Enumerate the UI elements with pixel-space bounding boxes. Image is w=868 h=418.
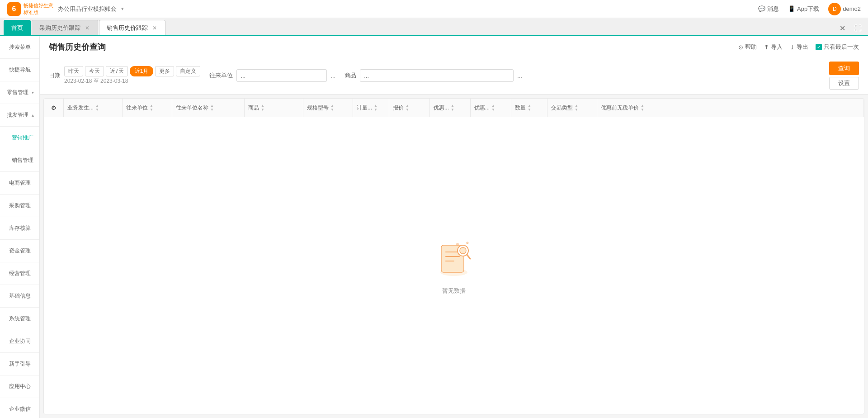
date-btn-yesterday[interactable]: 昨天 bbox=[64, 66, 83, 76]
sidebar-item-operations[interactable]: 经营管理 bbox=[0, 262, 39, 285]
gear-icon: ⚙ bbox=[51, 104, 57, 111]
page-actions: ⊙ 帮助 ⤒ 导入 ⤓ 导出 只看最后一次 bbox=[738, 43, 859, 51]
date-btn-today[interactable]: 今天 bbox=[85, 66, 104, 76]
date-btn-custom[interactable]: 自定义 bbox=[176, 66, 200, 76]
th-business-date[interactable]: 业务发生... ▲▼ bbox=[64, 99, 123, 117]
date-btn-last1m[interactable]: 近1月 bbox=[130, 66, 154, 76]
empty-illustration bbox=[431, 236, 476, 281]
sidebar-item-inventory[interactable]: 库存核算 bbox=[0, 217, 39, 240]
th-trade-type-label: 交易类型 bbox=[551, 104, 573, 112]
th-partner-id[interactable]: 往来单位 ▲▼ bbox=[123, 99, 172, 117]
app-download-icon: 📱 bbox=[788, 5, 795, 12]
close-tab-btn[interactable]: ✕ bbox=[837, 23, 848, 33]
th-partner-name[interactable]: 往来单位名称 ▲▼ bbox=[172, 99, 245, 117]
th-price-label: 报价 bbox=[393, 104, 404, 112]
sidebar-item-wholesale-mgmt[interactable]: 批发管理 ▴ bbox=[0, 104, 39, 127]
th-qty[interactable]: 数量 ▲▼ bbox=[511, 99, 547, 117]
tab-home[interactable]: 首页 bbox=[4, 20, 31, 35]
only-last-checkbox[interactable] bbox=[816, 44, 822, 50]
th-business-date-label: 业务发生... bbox=[67, 104, 94, 112]
sidebar-item-finance[interactable]: 资金管理 bbox=[0, 240, 39, 262]
sidebar-sales-mgmt-label: 销售管理 bbox=[12, 157, 33, 164]
sidebar-app-center-label: 应用中心 bbox=[9, 383, 31, 390]
th-unit-sort: ▲▼ bbox=[374, 104, 377, 112]
only-last-checkbox-label[interactable]: 只看最后一次 bbox=[816, 43, 859, 51]
sidebar-item-sales-mgmt[interactable]: 销售管理 bbox=[0, 149, 39, 172]
th-unit[interactable]: 计量... ▲▼ bbox=[353, 99, 389, 117]
th-unit-label: 计量... bbox=[357, 104, 372, 112]
date-btn-more[interactable]: 更多 bbox=[155, 66, 174, 76]
sidebar-item-search-menu[interactable]: 搜索菜单 bbox=[0, 36, 39, 59]
sidebar-item-marketing[interactable]: 营销推广 bbox=[0, 127, 39, 149]
th-discount1-sort: ▲▼ bbox=[451, 104, 454, 112]
goods-dots: ... bbox=[517, 72, 522, 79]
page-title: 销售历史价查询 bbox=[49, 42, 106, 52]
user-avatar: D bbox=[828, 3, 841, 15]
tab-sales-history-close[interactable]: ✕ bbox=[151, 24, 158, 32]
sidebar-item-basic-info[interactable]: 基础信息 bbox=[0, 285, 39, 308]
partner-filter-group: 往来单位 ... bbox=[209, 69, 335, 82]
logo-icon: 6 bbox=[7, 2, 21, 16]
settings-button[interactable]: 设置 bbox=[829, 77, 859, 90]
sidebar-guide-label: 新手引导 bbox=[9, 360, 31, 368]
tab-purchase-history-close[interactable]: ✕ bbox=[84, 24, 90, 32]
partner-dots: ... bbox=[330, 72, 335, 79]
sidebar-retail-mgmt-arrow: ▾ bbox=[32, 90, 34, 96]
date-filter-group: 日期 昨天 今天 近7天 近1月 更多 自定义 2023-02-18 至 202… bbox=[49, 66, 200, 85]
th-spec[interactable]: 规格型号 ▲▼ bbox=[303, 99, 353, 117]
export-btn[interactable]: ⤓ 导出 bbox=[790, 43, 808, 51]
th-goods[interactable]: 商品 ▲▼ bbox=[245, 99, 303, 117]
sidebar-inventory-label: 库存核算 bbox=[9, 224, 31, 232]
date-filter-label: 日期 bbox=[49, 71, 61, 80]
btn-group-right: 查询 设置 bbox=[829, 62, 859, 90]
th-spec-label: 规格型号 bbox=[307, 104, 329, 112]
maximize-btn[interactable]: ⛶ bbox=[852, 24, 864, 33]
goods-filter-label: 商品 bbox=[344, 71, 356, 80]
sidebar-item-enterprise[interactable]: 企业协同 bbox=[0, 330, 39, 353]
sidebar-item-ecommerce[interactable]: 电商管理 bbox=[0, 172, 39, 195]
sidebar-item-system-mgmt[interactable]: 系统管理 bbox=[0, 308, 39, 330]
goods-input[interactable] bbox=[360, 69, 514, 82]
help-btn[interactable]: ⊙ 帮助 bbox=[738, 43, 757, 51]
th-gear[interactable]: ⚙ bbox=[44, 99, 64, 117]
sidebar-item-quick-nav[interactable]: 快捷导航 bbox=[0, 59, 39, 81]
message-btn[interactable]: 💬 消息 bbox=[758, 5, 779, 13]
import-label: 导入 bbox=[771, 43, 783, 51]
sidebar-item-retail-mgmt[interactable]: 零售管理 ▾ bbox=[0, 81, 39, 104]
th-trade-type[interactable]: 交易类型 ▲▼ bbox=[547, 99, 597, 117]
date-btn-last7[interactable]: 近7天 bbox=[106, 66, 128, 76]
sidebar-marketing-label: 营销推广 bbox=[12, 134, 33, 142]
export-label: 导出 bbox=[797, 43, 808, 51]
sidebar-item-app-center[interactable]: 应用中心 bbox=[0, 375, 39, 398]
sidebar-item-purchase-mgmt[interactable]: 采购管理 bbox=[0, 195, 39, 217]
partner-input[interactable] bbox=[236, 69, 327, 82]
sidebar-ecommerce-label: 电商管理 bbox=[9, 179, 31, 187]
tab-purchase-history[interactable]: 采购历史价跟踪 ✕ bbox=[32, 20, 98, 35]
message-icon: 💬 bbox=[758, 5, 765, 12]
th-discount1[interactable]: 优惠... ▲▼ bbox=[430, 99, 471, 117]
sidebar-search-menu-label: 搜索菜单 bbox=[9, 43, 31, 51]
tab-sales-history[interactable]: 销售历史价跟踪 ✕ bbox=[99, 20, 165, 35]
user-name: demo2 bbox=[843, 5, 861, 12]
help-icon: ⊙ bbox=[738, 44, 743, 51]
app-title: 办公用品行业模拟账套 bbox=[58, 5, 117, 13]
filter-row: 日期 昨天 今天 近7天 近1月 更多 自定义 2023-02-18 至 202… bbox=[49, 58, 859, 94]
th-partner-name-label: 往来单位名称 bbox=[176, 104, 208, 112]
th-discount2[interactable]: 优惠... ▲▼ bbox=[471, 99, 511, 117]
sidebar-item-enterprise-wechat[interactable]: 企业微信 bbox=[0, 398, 39, 418]
query-button[interactable]: 查询 bbox=[829, 62, 859, 75]
sidebar-item-guide[interactable]: 新手引导 bbox=[0, 353, 39, 375]
import-btn[interactable]: ⤒ 导入 bbox=[764, 43, 783, 51]
user-area[interactable]: D demo2 bbox=[828, 3, 861, 15]
empty-text: 暂无数据 bbox=[442, 287, 466, 295]
date-range-text: 2023-02-18 至 2023-03-18 bbox=[64, 77, 200, 85]
th-pretax-price-sort: ▲▼ bbox=[641, 104, 644, 112]
app-download-btn[interactable]: 📱 App下载 bbox=[788, 5, 819, 13]
th-price[interactable]: 报价 ▲▼ bbox=[389, 99, 430, 117]
th-spec-sort: ▲▼ bbox=[330, 104, 334, 112]
date-group: 昨天 今天 近7天 近1月 更多 自定义 2023-02-18 至 2023-0… bbox=[64, 66, 200, 85]
th-pretax-price[interactable]: 优惠前无税单价 ▲▼ bbox=[597, 99, 864, 117]
export-icon: ⤓ bbox=[790, 44, 795, 51]
dropdown-icon[interactable]: ▾ bbox=[121, 6, 124, 12]
logo-text: 畅捷信好生意 标准版 bbox=[24, 2, 53, 15]
